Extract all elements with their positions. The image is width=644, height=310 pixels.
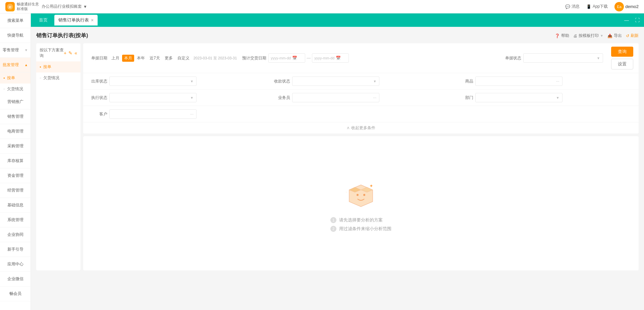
sidebar-sub-item-order[interactable]: ● 按单	[0, 72, 31, 84]
date-end-input[interactable]: yyyy-mm-dd 📅	[312, 53, 349, 63]
member-label: 畅会员	[9, 291, 21, 297]
sidebar-item-search[interactable]: 搜索菜单	[0, 13, 31, 28]
sidebar-item-purchase[interactable]: 采购管理	[0, 139, 31, 154]
logo-area: 好 畅捷通好生意 标准版	[5, 2, 39, 11]
filter-row-4: 客户 ···	[83, 106, 639, 122]
date-recent7-btn[interactable]: 近7天	[148, 55, 162, 62]
retail-label: 零售管理	[3, 47, 19, 53]
user-area[interactable]: Ea demo2	[614, 2, 639, 11]
breadcrumb-dropdown[interactable]: 办公用品行业模拟账套 ▼	[42, 4, 87, 9]
refresh-btn[interactable]: ↺ 刷新	[626, 33, 639, 39]
sidebar-item-appcenter[interactable]: 应用中心	[0, 257, 31, 272]
scheme-collapse-btn[interactable]: «	[74, 50, 77, 56]
sidebar-item-enterprise[interactable]: 企业协同	[0, 227, 31, 242]
tab-active-sales-order[interactable]: 销售订单执行表 ×	[54, 15, 98, 25]
dept-select[interactable]: ▼	[475, 93, 562, 102]
help-icon: ❓	[555, 34, 560, 38]
scheme-edit-btn[interactable]: ✎	[68, 50, 72, 56]
tab-close-icon[interactable]: ×	[91, 18, 94, 22]
sidebar-item-newguide[interactable]: 新手引导	[0, 242, 31, 257]
collapse-bar[interactable]: ∧ 收起更多条件	[83, 122, 639, 134]
customer-more-icon[interactable]: ···	[190, 112, 194, 116]
sidebar-item-finance[interactable]: 资金管理	[0, 168, 31, 183]
svg-text:·: ·	[346, 190, 347, 194]
sidebar-item-sales[interactable]: 销售管理	[0, 109, 31, 124]
filter-row-1: 单据日期 上月 本月 本年 近7天 更多 自定义 2023-03-01 至 20…	[83, 43, 639, 73]
scheme-item-backorder-label: 欠货情况	[43, 75, 59, 81]
message-action[interactable]: 💬 消息	[565, 4, 580, 9]
exec-label: 执行状态	[89, 95, 107, 101]
sidebar-item-wechat[interactable]: 企业微信	[0, 272, 31, 287]
finance-label: 资金管理	[7, 173, 23, 178]
settings-button[interactable]: 设置	[611, 59, 633, 69]
tab-maximize-btn[interactable]: ⛶	[633, 16, 641, 24]
message-icon: 💬	[565, 4, 570, 9]
date-custom-btn[interactable]: 自定义	[175, 55, 192, 62]
scheme-nav-item-order[interactable]: ● 按单	[36, 61, 80, 72]
search-button[interactable]: 查询	[611, 47, 633, 57]
page-title-bar: 销售订单执行表(按单) ❓ 帮助 🖨 按模板打印 ▼ 📤 导出	[36, 32, 639, 39]
ecommerce-label: 电商管理	[7, 128, 23, 134]
customer-label: 客户	[89, 111, 107, 117]
sidebar-item-member[interactable]: 畅会员	[0, 287, 31, 301]
sidebar-item-operations[interactable]: 经营管理	[0, 183, 31, 198]
help-btn[interactable]: ❓ 帮助	[555, 33, 569, 39]
main-panel: 按以下方案查询 + ✎ « ● 按单 ○ 欠货情况	[36, 43, 639, 270]
wechat-label: 企业微信	[7, 276, 23, 282]
logo-icon: 好	[5, 2, 15, 11]
tab-minimize-btn[interactable]: —	[623, 16, 631, 24]
date-filter-label: 单据日期	[89, 55, 107, 61]
salesperson-more-icon[interactable]: ···	[373, 95, 376, 100]
product-more-icon[interactable]: ···	[556, 79, 559, 84]
sidebar-item-ecommerce[interactable]: 电商管理	[0, 124, 31, 139]
svg-text:好: 好	[8, 6, 12, 9]
app-download-icon: 📱	[586, 4, 591, 9]
exec-select[interactable]: ▼	[109, 93, 197, 102]
date-prev-month-btn[interactable]: 上月	[109, 55, 121, 62]
collection-select[interactable]: ▼	[292, 76, 379, 86]
sidebar-item-system[interactable]: 系统管理	[0, 213, 31, 227]
svg-point-5	[357, 194, 359, 196]
sidebar-item-inventory[interactable]: 库存核算	[0, 154, 31, 168]
tab-home[interactable]: 首页	[34, 15, 53, 25]
status-dropdown-icon: ▼	[597, 56, 600, 60]
date-start-placeholder: yyyy-mm-dd	[271, 56, 291, 60]
scheme-add-btn[interactable]: +	[64, 50, 66, 56]
header-right: 💬 消息 📱 App下载 Ea demo2	[565, 2, 639, 11]
customer-input[interactable]: ···	[109, 109, 197, 119]
sidebar-item-quicknav[interactable]: 快捷导航	[0, 28, 31, 43]
print-dropdown-icon: ▼	[600, 34, 603, 38]
sidebar-item-retail[interactable]: 零售管理 ▼	[0, 43, 31, 58]
breadcrumb-dropdown-icon: ▼	[83, 4, 87, 9]
sidebar-item-basic[interactable]: 基础信息	[0, 198, 31, 213]
quicknav-label: 快捷导航	[7, 33, 23, 38]
outbound-select[interactable]: ▼	[109, 76, 197, 86]
date-this-year-btn[interactable]: 本年	[135, 55, 147, 62]
date-more-btn[interactable]: 更多	[163, 55, 175, 62]
sidebar-item-wholesale[interactable]: 批发管理 ▲	[0, 58, 31, 72]
system-label: 系统管理	[7, 217, 23, 223]
product-input[interactable]: ···	[475, 76, 562, 86]
salesperson-input[interactable]: ···	[292, 93, 379, 102]
print-icon: 🖨	[573, 34, 577, 38]
empty-tip-1: 1 请先选择要分析的方案	[330, 217, 391, 223]
sidebar-sub-item-backorder[interactable]: ○ 欠货情况	[0, 84, 31, 95]
purchase-label: 采购管理	[7, 143, 23, 149]
status-label: 单据状态	[502, 55, 521, 61]
export-icon: 📤	[607, 34, 612, 38]
scheme-item-active-icon: ●	[40, 65, 41, 68]
salesperson-label: 业务员	[271, 95, 290, 101]
scheme-nav-item-backorder[interactable]: ○ 欠货情况	[36, 72, 80, 84]
sidebar-item-marketing[interactable]: 营销推广	[0, 95, 31, 109]
date-start-input[interactable]: yyyy-mm-dd 📅	[268, 53, 305, 63]
date-this-month-btn[interactable]: 本月	[122, 55, 134, 62]
collection-group: 收款状态 ▼	[271, 76, 450, 86]
export-btn[interactable]: 📤 导出	[607, 33, 622, 39]
status-select[interactable]: ▼	[523, 53, 603, 63]
date-end-placeholder: yyyy-mm-dd	[314, 56, 334, 60]
calendar-start-icon: 📅	[292, 56, 297, 60]
app-download-action[interactable]: 📱 App下载	[586, 4, 608, 9]
content-area: 首页 销售订单执行表 × — ⛶ 销售订单执行表(按单)	[31, 13, 644, 310]
right-panel: 单据日期 上月 本月 本年 近7天 更多 自定义 2023-03-01 至 20…	[83, 43, 639, 270]
print-btn[interactable]: 🖨 按模板打印 ▼	[573, 33, 603, 39]
